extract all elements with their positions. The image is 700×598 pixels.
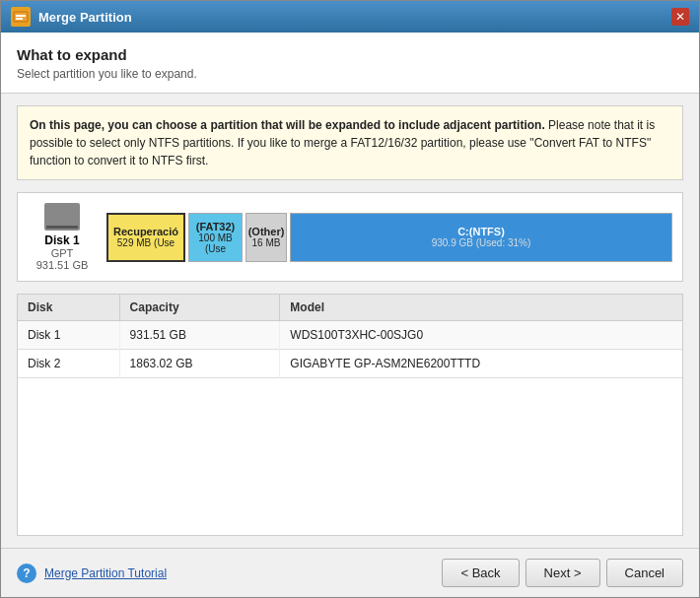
disk-type: GPT	[51, 247, 74, 259]
back-button[interactable]: < Back	[442, 559, 519, 587]
title-bar-left: Merge Partition	[11, 7, 132, 27]
close-button[interactable]: ✕	[671, 8, 689, 26]
cell-capacity: 931.51 GB	[119, 321, 280, 350]
disk-size: 931.51 GB	[36, 259, 89, 271]
merge-partition-dialog: Merge Partition ✕ What to expand Select …	[0, 0, 700, 598]
partition-fat32-label: (FAT32)	[196, 221, 236, 233]
help-link[interactable]: Merge Partition Tutorial	[44, 566, 167, 580]
col-capacity: Capacity	[119, 295, 280, 321]
table-row[interactable]: Disk 1 931.51 GB WDS100T3XHC-00SJG0	[18, 321, 682, 350]
col-disk: Disk	[18, 295, 119, 321]
partition-recovery[interactable]: Recuperació 529 MB (Use	[106, 213, 185, 262]
partition-fat32-size: 100 MB (Use	[193, 233, 238, 254]
partition-recovery-size: 529 MB (Use	[117, 237, 175, 248]
info-bold: On this page, you can choose a partition…	[30, 118, 545, 132]
cell-model: GIGABYTE GP-ASM2NE6200TTTD	[280, 350, 682, 378]
partition-ntfs[interactable]: C:(NTFS) 930.9 GB (Used: 31%)	[290, 213, 672, 262]
partition-recovery-label: Recuperació	[113, 226, 178, 237]
header-title: What to expand	[17, 46, 683, 63]
cell-disk: Disk 1	[18, 321, 119, 350]
footer-buttons: < Back Next > Cancel	[442, 559, 683, 587]
header-section: What to expand Select partition you like…	[1, 33, 699, 94]
partition-other[interactable]: (Other) 16 MB	[245, 213, 287, 262]
next-button[interactable]: Next >	[525, 559, 600, 587]
partition-ntfs-label: C:(NTFS)	[457, 226, 505, 237]
cell-model: WDS100T3XHC-00SJG0	[280, 321, 682, 350]
cell-disk: Disk 2	[18, 350, 119, 378]
footer: ? Merge Partition Tutorial < Back Next >…	[1, 548, 699, 597]
table-row[interactable]: Disk 2 1863.02 GB GIGABYTE GP-ASM2NE6200…	[18, 350, 682, 378]
cell-capacity: 1863.02 GB	[119, 350, 280, 378]
header-subtitle: Select partition you like to expand.	[17, 67, 683, 81]
content-area: On this page, you can choose a partition…	[1, 94, 699, 548]
disk-table: Disk Capacity Model Disk 1 931.51 GB WDS…	[18, 295, 682, 378]
table-header-row: Disk Capacity Model	[18, 295, 682, 321]
partition-other-size: 16 MB	[252, 237, 281, 248]
footer-left: ? Merge Partition Tutorial	[17, 564, 167, 583]
disk-table-container: Disk Capacity Model Disk 1 931.51 GB WDS…	[17, 294, 683, 536]
disk-visual: Disk 1 GPT 931.51 GB Recuperació 529 MB …	[17, 192, 683, 282]
partition-other-label: (Other)	[248, 226, 285, 237]
disk-drive-icon	[44, 203, 80, 231]
partition-ntfs-size: 930.9 GB (Used: 31%)	[432, 237, 531, 248]
col-model: Model	[280, 295, 682, 321]
help-icon[interactable]: ?	[17, 564, 36, 583]
disk-info: Disk 1 GPT 931.51 GB	[28, 203, 97, 271]
svg-rect-2	[16, 18, 23, 20]
dialog-title: Merge Partition	[38, 10, 132, 25]
info-box: On this page, you can choose a partition…	[17, 105, 683, 180]
cancel-button[interactable]: Cancel	[606, 559, 683, 587]
disk-label: Disk 1	[44, 233, 79, 247]
app-icon	[11, 7, 31, 27]
partition-fat32[interactable]: (FAT32) 100 MB (Use	[188, 213, 243, 262]
partitions-container: Recuperació 529 MB (Use (FAT32) 100 MB (…	[106, 213, 672, 262]
title-bar: Merge Partition ✕	[1, 1, 699, 33]
svg-rect-1	[16, 15, 26, 17]
